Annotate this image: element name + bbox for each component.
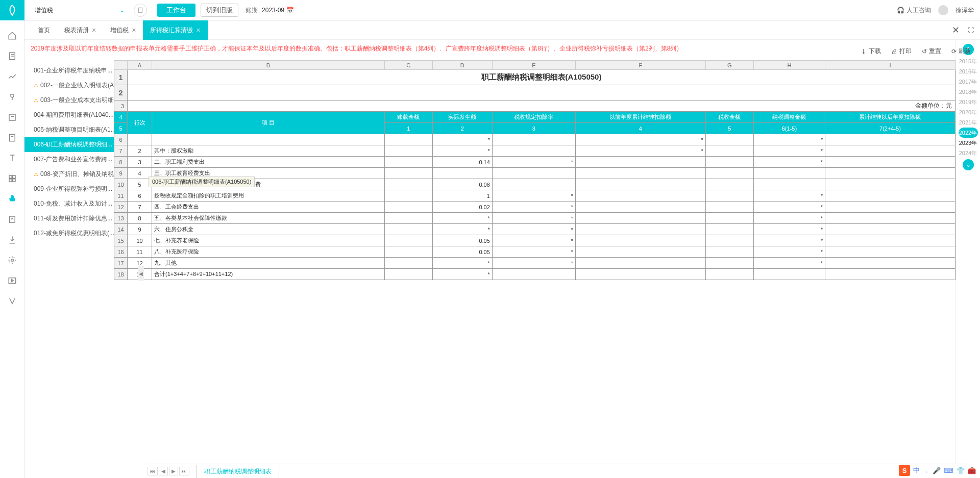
- cell[interactable]: [825, 168, 955, 179]
- sheet-nav-last[interactable]: ⏭: [179, 467, 189, 475]
- cell[interactable]: [384, 145, 432, 157]
- year-button[interactable]: 2022年: [959, 128, 978, 138]
- cell[interactable]: *: [575, 134, 705, 145]
- nav-home-icon[interactable]: [0, 26, 24, 46]
- item-name[interactable]: 六、住房公积金: [152, 224, 385, 235]
- tree-item[interactable]: 006-职工薪酬纳税调整明细...: [24, 137, 114, 152]
- ime-kb-icon[interactable]: ⌨: [944, 467, 953, 474]
- cell[interactable]: [492, 179, 575, 190]
- download-button[interactable]: ⭳下载: [861, 47, 881, 56]
- cell[interactable]: *: [753, 190, 825, 202]
- cell[interactable]: [705, 134, 753, 145]
- cell[interactable]: *: [492, 246, 575, 258]
- year-button[interactable]: 2018年: [959, 87, 978, 97]
- cell[interactable]: [705, 157, 753, 168]
- cell[interactable]: [492, 145, 575, 157]
- cell[interactable]: [705, 224, 753, 235]
- nav-upload-icon[interactable]: [0, 209, 24, 230]
- nav-tax-icon[interactable]: [0, 189, 24, 209]
- cell[interactable]: *: [492, 190, 575, 202]
- cell[interactable]: *: [432, 145, 492, 157]
- cell[interactable]: 0.05: [432, 246, 492, 258]
- cell[interactable]: [705, 168, 753, 179]
- item-name[interactable]: [152, 134, 385, 145]
- cell[interactable]: [384, 269, 432, 280]
- cell[interactable]: [575, 269, 705, 280]
- sheet-nav-prev[interactable]: ◀: [159, 467, 168, 475]
- cell[interactable]: [825, 246, 955, 258]
- cell[interactable]: [825, 202, 955, 213]
- cell[interactable]: [705, 269, 753, 280]
- cell[interactable]: [575, 157, 705, 168]
- cell[interactable]: [705, 190, 753, 202]
- line-num[interactable]: 9: [128, 224, 152, 235]
- cell[interactable]: [825, 213, 955, 224]
- cell[interactable]: 0.02: [432, 202, 492, 213]
- cell[interactable]: [825, 157, 955, 168]
- collapse-handle[interactable]: ◀: [138, 266, 144, 281]
- nav-settings-icon[interactable]: [0, 250, 24, 270]
- cell[interactable]: [384, 235, 432, 246]
- line-num[interactable]: 10: [128, 235, 152, 246]
- tab-vat[interactable]: 增值税×: [103, 20, 143, 40]
- cell[interactable]: *: [753, 134, 825, 145]
- cell[interactable]: [705, 235, 753, 246]
- cell[interactable]: *: [753, 157, 825, 168]
- ime-mic-icon[interactable]: 🎤: [933, 467, 941, 474]
- cell[interactable]: [825, 190, 955, 202]
- close-all-icon[interactable]: ✕: [949, 24, 963, 36]
- cell[interactable]: [384, 179, 432, 190]
- ime-sep[interactable]: ，: [923, 466, 929, 475]
- cell[interactable]: *: [432, 224, 492, 235]
- cell[interactable]: *: [492, 202, 575, 213]
- cell[interactable]: [384, 202, 432, 213]
- cell[interactable]: [575, 190, 705, 202]
- app-logo[interactable]: [0, 0, 24, 20]
- cell[interactable]: [753, 168, 825, 179]
- tree-item[interactable]: 012-减免所得税优惠明细表(...: [24, 226, 114, 241]
- tab-income-tax[interactable]: 所得税汇算清缴×: [143, 20, 207, 40]
- cell[interactable]: [705, 145, 753, 157]
- cell[interactable]: [384, 157, 432, 168]
- close-icon[interactable]: ×: [132, 26, 136, 34]
- cell[interactable]: [384, 213, 432, 224]
- tree-item[interactable]: ⚠003-一般企业成本支出明细...: [24, 93, 114, 108]
- cell[interactable]: 0.05: [432, 235, 492, 246]
- cell[interactable]: [432, 168, 492, 179]
- tree-item[interactable]: 001-企业所得税年度纳税申...: [24, 63, 114, 78]
- item-name[interactable]: 九、其他: [152, 258, 385, 269]
- doc-circle-icon[interactable]: [134, 4, 147, 17]
- workbench-button[interactable]: 工作台: [157, 4, 195, 17]
- cell[interactable]: [384, 258, 432, 269]
- nav-money-icon[interactable]: [0, 87, 24, 107]
- cell[interactable]: *: [753, 224, 825, 235]
- cell[interactable]: *: [492, 235, 575, 246]
- cell[interactable]: [825, 258, 955, 269]
- cell[interactable]: [705, 179, 753, 190]
- cell[interactable]: [384, 134, 432, 145]
- cell[interactable]: *: [753, 235, 825, 246]
- consult-button[interactable]: 🎧 人工咨询: [897, 6, 931, 15]
- tax-type-dropdown[interactable]: 增值税 ⌄: [31, 6, 125, 15]
- expand-icon[interactable]: ⛶: [968, 27, 974, 34]
- nav-report-icon[interactable]: [0, 107, 24, 128]
- cell[interactable]: *: [753, 213, 825, 224]
- year-button[interactable]: 2021年: [959, 117, 978, 128]
- cell[interactable]: *: [432, 134, 492, 145]
- cell[interactable]: *: [432, 213, 492, 224]
- ime-lang[interactable]: 中: [913, 466, 920, 475]
- line-num[interactable]: 6: [128, 190, 152, 202]
- cell[interactable]: [384, 190, 432, 202]
- cell[interactable]: [575, 235, 705, 246]
- close-icon[interactable]: ×: [92, 26, 96, 34]
- sheet-nav-next[interactable]: ▶: [169, 467, 178, 475]
- tab-home[interactable]: 首页: [31, 20, 57, 40]
- tree-item[interactable]: 009-企业所得税弥补亏损明...: [24, 182, 114, 196]
- cell[interactable]: [825, 269, 955, 280]
- avatar[interactable]: [938, 5, 948, 15]
- nav-v-icon[interactable]: [0, 291, 24, 311]
- cell[interactable]: [575, 179, 705, 190]
- line-num[interactable]: 11: [128, 246, 152, 258]
- cell[interactable]: [705, 258, 753, 269]
- year-button[interactable]: 2017年: [959, 77, 978, 87]
